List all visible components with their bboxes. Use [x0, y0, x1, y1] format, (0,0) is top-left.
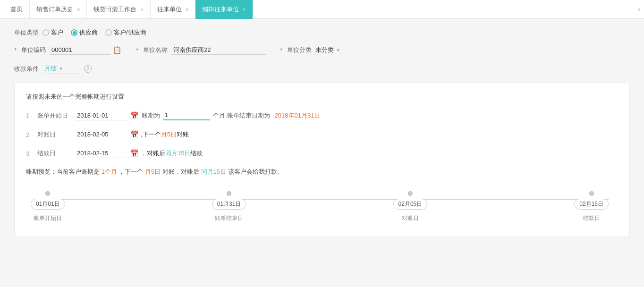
radio-supplier[interactable]: 供应商 — [71, 28, 98, 37]
timeline-date-2: 02月05日 — [393, 199, 428, 210]
preview-highlight2: 月5日 — [145, 168, 161, 175]
setting-row-2: 2 对账日 📅 ,下一个 月5日 对账 — [26, 130, 618, 139]
preview-mid1: ，下一个 — [119, 168, 143, 175]
tab-cash-work[interactable]: 钱货日清工作台 × — [87, 0, 150, 19]
tab-sales-order-close[interactable]: × — [77, 7, 80, 12]
row-2-desc-highlight: 月5日 — [161, 130, 177, 139]
unit-name-star: * — [136, 47, 138, 54]
help-icon[interactable]: ? — [84, 65, 92, 73]
timeline-date-3: 02月15日 — [574, 199, 609, 210]
row-2-num: 2 — [26, 131, 37, 138]
row-3-desc-prefix: ，对账后 — [141, 149, 165, 158]
unit-classify-value: 未分类 — [315, 46, 334, 54]
tab-partner-close[interactable]: × — [186, 7, 188, 12]
tabs-chevron-icon[interactable]: › — [638, 5, 640, 14]
timeline-dot-2 — [408, 191, 413, 196]
radio-customer-label: 客户 — [51, 28, 63, 37]
timeline-label-0: 账单开始日 — [34, 214, 62, 222]
payment-cond-label: 收款条件 — [14, 65, 39, 73]
radio-customer-circle — [42, 29, 49, 36]
setting-row-1: 1 账单开始日 📅 账期为 个月,账单结束日期为 2018年01月31日 — [26, 110, 618, 120]
payment-cond-row: 收款条件 月结 ▼ ? — [14, 63, 630, 74]
radio-customer[interactable]: 客户 — [42, 28, 63, 37]
timeline-point-2: 02月05日 对账日 — [393, 190, 428, 222]
section-title: 请按照未来的一个完整帐期进行设置 — [26, 93, 618, 101]
timeline-date-0: 01月01日 — [31, 199, 65, 210]
unit-type-group: 单位类型 客户 供应商 客户/供应商 — [14, 28, 146, 37]
timeline-point-1: 01月31日 账单结束日 — [212, 190, 246, 222]
radio-supplier-dot — [73, 31, 76, 34]
row-1-period-label: 账期为 — [142, 111, 160, 120]
unit-code-label: 单位编码 — [21, 46, 46, 54]
row-1-end-date: 2018年01月31日 — [275, 111, 321, 120]
tab-home[interactable]: 首页 — [4, 0, 30, 19]
preview-highlight1: 1个月 — [102, 168, 117, 175]
preview-text: 账期预览：当前客户账期是 1个月 ，下一个 月5日 对账，对账后 同月15日 该… — [26, 168, 618, 176]
timeline-dot-0 — [45, 191, 50, 196]
timeline-label-1: 账单结束日 — [215, 214, 243, 222]
unit-info-row: * 单位编码 📋 * 单位名称 * 单位分类 未分类 ▼ — [14, 45, 630, 55]
row-1-calendar-icon[interactable]: 📅 — [130, 111, 139, 120]
row-1-period-input[interactable] — [163, 110, 210, 120]
timeline-point-0: 01月01日 账单开始日 — [31, 190, 65, 222]
timeline-dot-3 — [589, 191, 594, 196]
radio-both-circle — [105, 29, 112, 36]
unit-classify-group: * 单位分类 未分类 ▼ — [280, 46, 353, 54]
unit-classify-label: 单位分类 — [287, 46, 312, 54]
radio-supplier-circle — [71, 29, 77, 36]
payment-cond-chevron-icon: ▼ — [59, 66, 63, 71]
timeline-dot-1 — [227, 191, 231, 196]
tab-cash-work-label: 钱货日清工作台 — [93, 5, 136, 14]
timeline-label-3: 结款日 — [583, 214, 600, 222]
timeline-label-2: 对账日 — [402, 214, 419, 222]
row-2-date-input[interactable] — [75, 130, 127, 139]
row-1-period-unit-prefix: 个月,账单结束日期为 — [213, 111, 270, 120]
payment-cond-group: 收款条件 月结 ▼ ? — [14, 63, 92, 74]
unit-name-label: 单位名称 — [143, 46, 168, 54]
row-3-date-wrap: 📅 — [75, 149, 139, 158]
preview-highlight3: 同月15日 — [201, 168, 226, 175]
tab-edit-partner[interactable]: 编辑往来单位 × — [195, 0, 253, 19]
row-2-date-wrap: 📅 — [75, 130, 139, 139]
unit-classify-star: * — [280, 47, 282, 54]
tab-partner[interactable]: 往来单位 × — [151, 0, 195, 19]
row-2-field: 对账日 — [37, 130, 75, 139]
row-1-date-input[interactable] — [75, 111, 127, 120]
row-1-field: 账单开始日 — [37, 111, 75, 120]
tab-home-label: 首页 — [10, 5, 23, 14]
setting-row-3: 3 结款日 📅 ，对账后 同月15日 结款 — [26, 149, 618, 158]
row-3-num: 3 — [26, 150, 37, 157]
tab-sales-order-label: 销售订单历史 — [36, 5, 73, 14]
unit-code-input-wrap: 📋 — [50, 45, 122, 55]
preview-mid2: 对账，对账后 — [162, 168, 199, 175]
unit-code-lookup-icon[interactable]: 📋 — [113, 46, 122, 54]
unit-code-star: * — [14, 47, 17, 54]
timeline-wrap: 01月01日 账单开始日 01月31日 账单结束日 02月05日 对账日 02月… — [26, 186, 618, 227]
unit-type-row: 单位类型 客户 供应商 客户/供应商 — [14, 28, 630, 37]
unit-code-input[interactable] — [50, 45, 111, 55]
unit-name-group: * 单位名称 — [136, 45, 266, 55]
unit-type-radios: 客户 供应商 客户/供应商 — [42, 28, 146, 37]
row-2-desc-suffix: 对账 — [177, 130, 189, 139]
unit-name-input[interactable] — [171, 45, 266, 55]
unit-classify-select[interactable]: 未分类 ▼ — [315, 46, 353, 54]
row-2-calendar-icon[interactable]: 📅 — [130, 130, 139, 139]
preview-suffix: 该客户会给我打款。 — [228, 168, 283, 175]
unit-type-label: 单位类型 — [14, 28, 39, 37]
tab-cash-work-close[interactable]: × — [140, 7, 143, 12]
radio-both[interactable]: 客户/供应商 — [105, 28, 146, 37]
row-3-field: 结款日 — [37, 149, 75, 158]
tab-partner-label: 往来单位 — [157, 5, 182, 14]
tab-edit-partner-close[interactable]: × — [243, 7, 246, 12]
tab-sales-order[interactable]: 销售订单历史 × — [30, 0, 87, 19]
row-3-date-input[interactable] — [75, 149, 127, 158]
main-content: 单位类型 客户 供应商 客户/供应商 — [0, 19, 644, 283]
row-2-desc-prefix: ,下一个 — [141, 130, 161, 139]
row-1-date-wrap: 📅 — [75, 111, 139, 120]
radio-supplier-label: 供应商 — [79, 28, 98, 37]
unit-classify-chevron-icon: ▼ — [336, 48, 340, 53]
payment-cond-select[interactable]: 月结 ▼ — [42, 63, 80, 74]
row-3-calendar-icon[interactable]: 📅 — [130, 149, 139, 158]
timeline-points: 01月01日 账单开始日 01月31日 账单结束日 02月05日 对账日 02月… — [31, 190, 609, 222]
payment-cond-value: 月结 — [44, 64, 57, 73]
